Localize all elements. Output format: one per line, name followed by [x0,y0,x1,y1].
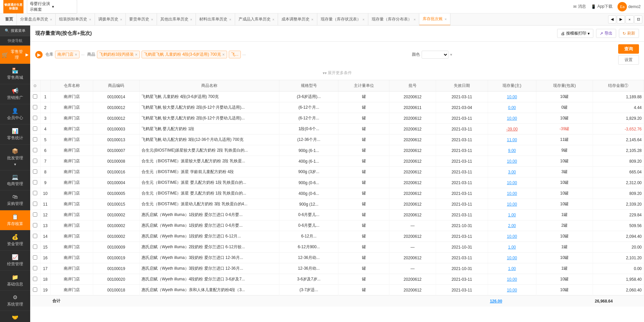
product-tag-1[interactable]: 飞鹤奶粉3段丙搭装 × [97,51,140,58]
row-checkbox[interactable] [33,94,37,99]
tab-5[interactable]: 其他出库单历史 × [157,13,196,25]
sidebar-item-enterprise[interactable]: 🤝 企业协同 [0,311,30,322]
row-checkbox[interactable] [33,116,37,120]
row-checkbox[interactable] [33,245,37,249]
sidebar-item-system[interactable]: ⚙ 系统管理 [0,291,30,311]
td-stock-main[interactable]: 3.00 [488,167,536,177]
row-checkbox[interactable] [33,126,37,131]
td-stock-main[interactable]: 10.00 [488,177,536,188]
tab-close-7[interactable]: × [272,17,274,21]
row-checkbox[interactable] [33,180,37,184]
sidebar-search[interactable]: 🔍 搜索菜单 [0,25,30,36]
filter-expand-btn[interactable]: ▶ [35,51,43,58]
row-checkbox[interactable] [33,287,37,292]
td-stock-main[interactable]: 10.00 [488,253,536,263]
product-tag-more[interactable]: 飞... [229,51,241,58]
warehouse-select[interactable]: 母婴行业演示账套 ▾ [27,0,77,14]
color-select[interactable] [422,51,448,59]
message-btn[interactable]: ✉ 消息 [573,4,586,9]
td-stock-main[interactable]: 2.00 [488,220,536,231]
row-checkbox[interactable] [33,266,37,270]
refresh-btn[interactable]: ↻ 刷新 [619,29,639,38]
sidebar-item-wholesale[interactable]: 📦 批发管理 ▾ [0,145,30,170]
td-stock-main[interactable]: 10.00 [488,113,536,124]
td-stock-main[interactable]: 10.00 [488,285,536,296]
td-stock-main[interactable]: 11.00 [488,135,536,145]
sidebar-item-basic-info[interactable]: 📁 基础信息 [0,271,30,291]
warehouse-tag-close[interactable]: × [75,52,77,57]
tab-home[interactable]: 首页 [2,13,17,25]
sidebar-item-purchase[interactable]: 🛍 采购管理 [0,191,30,210]
row-checkbox[interactable] [33,191,37,195]
tab-close-6[interactable]: × [229,17,231,21]
tab-close-1[interactable]: × [50,17,52,21]
warehouse-tag[interactable]: 南岸门店 × [55,51,79,58]
tab-nav-close[interactable]: × [626,15,634,23]
row-checkbox[interactable] [33,277,37,281]
tab-close-8[interactable]: × [311,17,313,21]
td-stock-main[interactable]: 1.00 [488,242,536,253]
tab-8[interactable]: 成本调整单历史 × [278,13,317,25]
tab-11[interactable]: 库存批次账 × [419,13,450,25]
row-checkbox[interactable] [33,159,37,163]
sidebar-item-retail-mall[interactable]: 🏪 零售商城 [0,64,30,84]
td-stock-main[interactable]: 1.00 [488,263,536,274]
product-more[interactable]: ··· [243,52,246,57]
warehouse-more[interactable]: ··· [81,52,85,57]
td-stock-main[interactable]: -39.00 [488,124,536,135]
tab-7[interactable]: 产成品入库单历史 × [235,13,278,25]
tab-nav-maximize[interactable]: ⊡ [634,15,642,23]
settings-btn[interactable]: 设置 [618,55,639,65]
sidebar-item-marketing[interactable]: 📢 营销推广 [0,84,30,104]
product-tag-1-close[interactable]: × [135,52,138,57]
tab-close-3[interactable]: × [120,17,122,21]
row-checkbox[interactable] [33,202,37,206]
export-btn[interactable]: ↗ 导出 [596,29,616,38]
product-tag-2-close[interactable]: × [222,52,225,57]
user-profile[interactable]: Ea demo2 [618,2,641,11]
td-stock-main[interactable]: 10.00 [488,231,536,242]
row-checkbox[interactable] [33,169,37,174]
tab-close-4[interactable]: × [151,17,153,21]
td-stock-main[interactable]: 1.00 [488,210,536,220]
td-stock-main[interactable]: 9.00 [488,145,536,156]
sidebar-item-ecommerce[interactable]: 💻 电商管理 [0,170,30,191]
td-stock-main[interactable]: 10.00 [488,156,536,167]
tab-close-10[interactable]: × [414,17,416,21]
gear-icon[interactable]: ⚙ [33,84,37,88]
row-checkbox[interactable] [33,223,37,227]
sidebar-item-finance[interactable]: 💰 资金管理 [0,230,30,251]
row-checkbox[interactable] [33,212,37,217]
expand-conditions[interactable]: ▾▾ 展开更多条件 [35,69,639,77]
tab-6[interactable]: 材料出库单历史 × [196,13,235,25]
tab-3[interactable]: 调拨单历史 × [95,13,126,25]
tab-close-5[interactable]: × [190,17,192,21]
td-stock-main[interactable]: 10.00 [488,188,536,199]
tab-9[interactable]: 现存量（库存状况表） × [317,13,368,25]
tab-close-11[interactable]: × [444,17,446,21]
row-checkbox[interactable] [33,105,37,109]
product-tag-2[interactable]: 飞鹤星飞帆 儿童奶粉 4段(3-6岁适用) 700克 × [142,51,227,58]
query-btn[interactable]: 查询 [618,44,639,54]
tab-1[interactable]: 分量盘点单历史 × [17,13,56,25]
tab-2[interactable]: 组装拆卸单历史 × [56,13,95,25]
tab-close-9[interactable]: × [363,17,365,21]
td-stock-main[interactable]: 10.00 [488,92,536,102]
row-checkbox[interactable] [33,148,37,152]
tab-nav-next[interactable]: ▶ [617,15,625,23]
sidebar-quick-nav[interactable]: 快捷导航 [0,36,30,46]
sidebar-item-retail-management[interactable]: 🛒 零售管理 ▶ [0,46,30,64]
td-stock-main[interactable]: 0.00 [488,102,536,113]
tab-4[interactable]: 要货单历史 × [126,13,157,25]
tab-nav-prev[interactable]: ◀ [608,15,616,23]
template-print-btn[interactable]: 🖨 按模板打印 ▾ [557,29,593,38]
sidebar-item-retail-stats[interactable]: 📊 零售统计 [0,124,30,145]
row-checkbox[interactable] [33,137,37,142]
sidebar-item-member[interactable]: 👤 会员中心 [0,104,30,124]
sidebar-item-inventory[interactable]: 📋 库存核算 [0,210,30,230]
td-stock-main[interactable]: 10.00 [488,274,536,285]
row-checkbox[interactable] [33,234,37,238]
app-download-btn[interactable]: 📱 App下载 [591,4,612,9]
sidebar-item-operations[interactable]: 📈 经营管理 [0,251,30,271]
tab-close-2[interactable]: × [89,17,91,21]
